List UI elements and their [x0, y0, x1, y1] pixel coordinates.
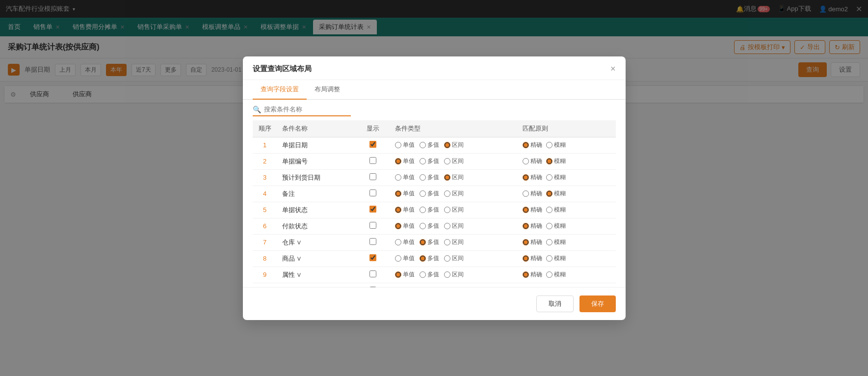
settings-modal: 设置查询区域布局 × 查询字段设置 布局调整 🔍 顺序 — [243, 56, 626, 108]
modal-header: 设置查询区域布局 × — [243, 56, 626, 80]
modal-close-button[interactable]: × — [610, 64, 616, 73]
modal-tabs: 查询字段设置 布局调整 — [243, 80, 626, 100]
search-input[interactable] — [264, 106, 342, 107]
modal-search-area: 🔍 — [243, 100, 626, 108]
search-icon: 🔍 — [253, 106, 261, 108]
tab-query-field-settings[interactable]: 查询字段设置 — [253, 80, 307, 100]
search-wrap: 🔍 — [253, 106, 351, 108]
modal-title: 设置查询区域布局 — [253, 64, 312, 74]
tab-layout-adjust[interactable]: 布局调整 — [307, 80, 348, 100]
modal-overlay: 设置查询区域布局 × 查询字段设置 布局调整 🔍 顺序 — [0, 0, 868, 107]
